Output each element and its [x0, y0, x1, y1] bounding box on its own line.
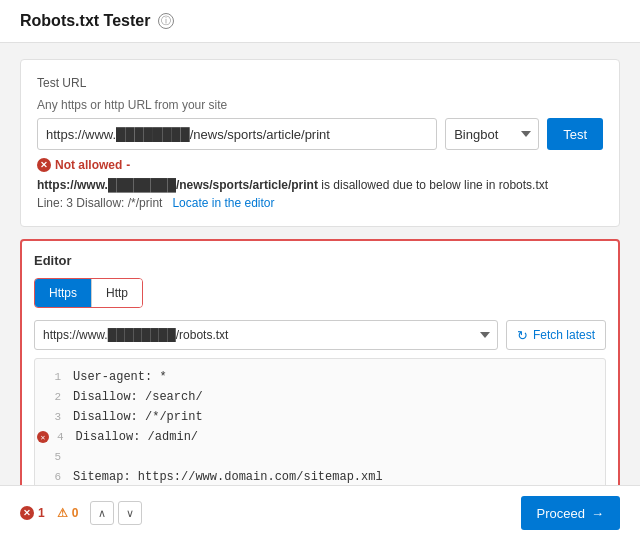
proceed-arrow-icon: →	[591, 506, 604, 521]
test-url-label: Test URL	[37, 76, 603, 90]
code-line-1: 1 User-agent: *	[35, 367, 605, 387]
dash-separator: -	[126, 158, 130, 172]
line-num-3: 3	[43, 411, 61, 423]
test-url-card: Test URL Any https or http URL from your…	[20, 59, 620, 227]
code-line-2: 2 Disallow: /search/	[35, 387, 605, 407]
nav-down-btn[interactable]: ∨	[118, 501, 142, 525]
proceed-label: Proceed	[537, 506, 585, 521]
file-row: https://www.████████/robots.txt ↻ Fetch …	[34, 320, 606, 350]
error-status: ✕ 1	[20, 506, 45, 520]
page-header: Robots.txt Tester ⓘ	[0, 0, 640, 43]
file-select-wrapper: https://www.████████/robots.txt	[34, 320, 498, 350]
locate-in-editor-link[interactable]: Locate in the editor	[172, 196, 274, 210]
refresh-icon: ↻	[517, 328, 528, 343]
code-line-6: 6 Sitemap: https://www.domain.com/sitema…	[35, 467, 605, 487]
test-url-hint: Any https or http URL from your site	[37, 98, 603, 112]
page-title: Robots.txt Tester	[20, 12, 150, 30]
status-indicators: ✕ 1 ⚠ 0	[20, 506, 78, 520]
test-button[interactable]: Test	[547, 118, 603, 150]
file-select[interactable]: https://www.████████/robots.txt	[34, 320, 498, 350]
nav-arrows: ∧ ∨	[90, 501, 142, 525]
not-allowed-badge: ✕ Not allowed -	[37, 158, 130, 172]
test-url-input[interactable]	[37, 118, 437, 150]
bot-select[interactable]: Bingbot Googlebot AdsBot All	[445, 118, 539, 150]
line-info-text: Line: 3 Disallow: /*/print	[37, 196, 162, 210]
fetch-latest-btn[interactable]: ↻ Fetch latest	[506, 320, 606, 350]
result-path: /news/sports/article/print	[176, 178, 318, 192]
https-toggle-btn[interactable]: Https	[35, 279, 91, 307]
test-result-row: ✕ Not allowed - https://www.████████/new…	[37, 158, 603, 192]
url-input-row: Bingbot Googlebot AdsBot All Test	[37, 118, 603, 150]
info-icon[interactable]: ⓘ	[158, 13, 174, 29]
error-count: 1	[38, 506, 45, 520]
line-num-6: 6	[43, 471, 61, 483]
line-content-4: Disallow: /admin/	[76, 430, 597, 444]
warning-count: 0	[72, 506, 79, 520]
editor-label: Editor	[34, 253, 606, 268]
code-line-5: 5	[35, 447, 605, 467]
nav-up-btn[interactable]: ∧	[90, 501, 114, 525]
result-suffix: is disallowed due to below line in robot…	[321, 178, 548, 192]
line-content-1: User-agent: *	[73, 370, 597, 384]
protocol-toggle-group: Https Http	[34, 278, 143, 308]
code-line-3: 3 Disallow: /*/print	[35, 407, 605, 427]
warning-status: ⚠ 0	[57, 506, 79, 520]
line-info: Line: 3 Disallow: /*/print Locate in the…	[37, 196, 603, 210]
line-content-3: Disallow: /*/print	[73, 410, 597, 424]
fetch-label: Fetch latest	[533, 328, 595, 342]
result-url: https://www.████████/news/sports/article…	[37, 178, 318, 192]
main-content: Test URL Any https or http URL from your…	[0, 43, 640, 540]
warning-icon: ⚠	[57, 506, 68, 520]
line-content-2: Disallow: /search/	[73, 390, 597, 404]
result-description: https://www.████████/news/sports/article…	[37, 178, 548, 192]
error-dot-icon: ✕	[37, 431, 49, 443]
http-toggle-btn[interactable]: Http	[91, 279, 142, 307]
proceed-button[interactable]: Proceed →	[521, 496, 620, 530]
error-circle-icon: ✕	[37, 158, 51, 172]
line-num-5: 5	[43, 451, 61, 463]
bottom-bar: ✕ 1 ⚠ 0 ∧ ∨ Proceed →	[0, 485, 640, 540]
line-num-2: 2	[43, 391, 61, 403]
line-content-6: Sitemap: https://www.domain.com/sitemap.…	[73, 470, 597, 484]
code-line-4: ✕ 4 Disallow: /admin/	[35, 427, 605, 447]
line-num-1: 1	[43, 371, 61, 383]
not-allowed-text: Not allowed	[55, 158, 122, 172]
error-count-icon: ✕	[20, 506, 34, 520]
